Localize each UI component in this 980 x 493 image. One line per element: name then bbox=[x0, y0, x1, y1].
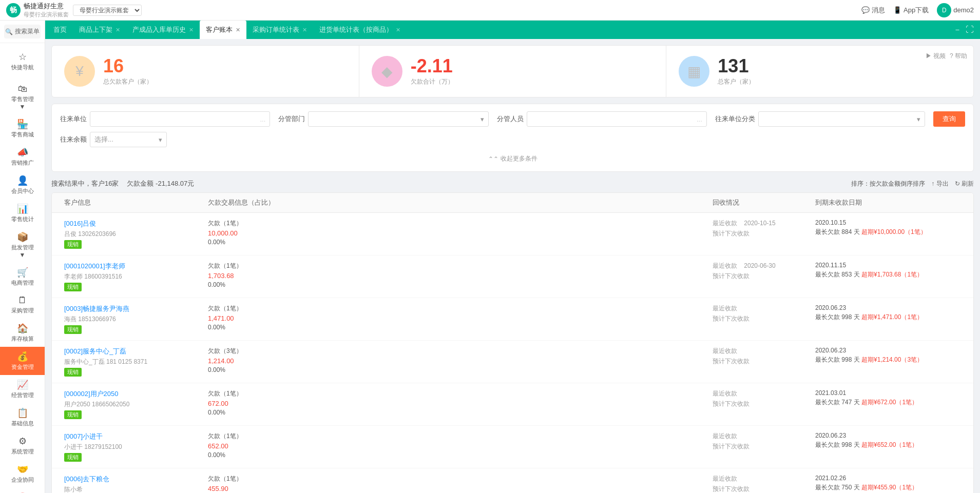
customer-name-6[interactable]: [0007]小进干 bbox=[64, 432, 200, 441]
tab-home[interactable]: 首页 bbox=[47, 21, 73, 39]
tab-close-5[interactable]: ✕ bbox=[396, 27, 400, 33]
video-btn[interactable]: ▶ 视频 bbox=[926, 52, 946, 61]
sidebar-item-marketing[interactable]: 📣 营销推广 bbox=[0, 143, 45, 171]
overdue-amount-7[interactable]: 超期¥455.90（1笔） bbox=[861, 484, 918, 491]
logo-icon: 畅 bbox=[6, 3, 21, 17]
app-download-btn[interactable]: 📱 App下载 bbox=[893, 6, 929, 15]
customer-name-5[interactable]: [000002]用户2050 bbox=[64, 389, 200, 399]
debt-ratio-2: 0.00% bbox=[208, 281, 704, 288]
customer-name-1[interactable]: [0016]吕俊 bbox=[64, 219, 200, 228]
store-selector[interactable]: 母婴行业演示账套 bbox=[73, 5, 142, 16]
collection-next-4: 预计下次收款 bbox=[713, 357, 807, 366]
refresh-btn[interactable]: ↻ 刷新 bbox=[955, 180, 974, 188]
max-overdue-5: 最长欠款 747 天 超期¥672.00（1笔） bbox=[815, 398, 961, 407]
customer-name-7[interactable]: [0006]去下粮仓 bbox=[64, 475, 200, 484]
bookmark-icon: ☆ bbox=[18, 51, 27, 63]
summary-card-total-customers: ▦ 131 总客户（家） ▶ 视频 ? 帮助 bbox=[666, 46, 973, 97]
collection-next-3: 预计下次收款 bbox=[713, 314, 807, 323]
tab-expand-icon[interactable]: ⛶ bbox=[966, 25, 974, 34]
tab-prod-history[interactable]: 产成品入库单历史 ✕ bbox=[126, 21, 200, 39]
overdue-amount-5[interactable]: 超期¥672.00（1笔） bbox=[861, 399, 918, 406]
shop-icon: 🏪 bbox=[17, 119, 28, 130]
overdue-amount-4[interactable]: 超期¥1,214.00（3笔） bbox=[861, 356, 923, 363]
header-right: 💬 消息 📱 App下载 D demo2 bbox=[861, 3, 974, 17]
customer-name-4[interactable]: [0002]服务中心_丁磊 bbox=[64, 347, 200, 356]
max-overdue-2: 最长欠款 853 天 超期¥1,703.68（1笔） bbox=[815, 270, 961, 279]
logo-text: 畅捷通好生意 bbox=[24, 2, 69, 11]
refresh-icon: ↻ bbox=[955, 180, 960, 187]
tab-close-1[interactable]: ✕ bbox=[116, 27, 120, 33]
sidebar-item-finance[interactable]: 💰 资金管理 bbox=[0, 347, 45, 375]
customer-phone-1: 吕俊 13026203696 bbox=[64, 230, 200, 239]
max-overdue-3: 最长欠款 998 天 超期¥1,471.00（1笔） bbox=[815, 313, 961, 322]
td-debt-2: 欠款（1笔） 1,703.68 0.00% bbox=[204, 255, 708, 298]
badge-2: 现销 bbox=[64, 283, 82, 291]
td-due-7: 2021.02.26 最长欠款 750 天 超期¥455.90（1笔） bbox=[811, 468, 965, 493]
user-area[interactable]: D demo2 bbox=[937, 3, 974, 17]
filter-row-1: 往来单位 ... 分管部门 ▾ 分管人员 ... 往来单位分类 bbox=[60, 111, 965, 127]
td-debt-1: 欠款（1笔） 10,000.00 0.00% bbox=[204, 213, 708, 255]
query-button[interactable]: 查询 bbox=[933, 111, 965, 127]
debt-ratio-4: 0.00% bbox=[208, 366, 704, 373]
td-collection-4: 最近收款 预计下次收款 bbox=[708, 341, 811, 383]
tab-product-offline[interactable]: 商品上下架 ✕ bbox=[73, 21, 126, 39]
sidebar-item-guide[interactable]: 🎯 新手引导 bbox=[0, 488, 45, 493]
member-icon: 👤 bbox=[17, 175, 28, 186]
header-left: 畅 畅捷通好生意 母婴行业演示账套 母婴行业演示账套 bbox=[6, 2, 142, 18]
sidebar-item-retail-mgmt[interactable]: 🛍 零售管理 ▼ bbox=[0, 80, 45, 114]
sidebar-item-basic-info[interactable]: 📋 基础信息 bbox=[0, 403, 45, 431]
td-debt-7: 欠款（1笔） 455.90 0.00% bbox=[204, 468, 708, 493]
overdue-amount-6[interactable]: 超期¥652.00（1笔） bbox=[861, 441, 918, 448]
help-btn[interactable]: ? 帮助 bbox=[950, 52, 967, 61]
sidebar-item-enterprise[interactable]: 🤝 企业协同 bbox=[0, 460, 45, 488]
sidebar-item-ecom[interactable]: 🛒 电商管理 bbox=[0, 263, 45, 291]
td-due-3: 2020.06.23 最长欠款 998 天 超期¥1,471.00（1笔） bbox=[811, 298, 965, 340]
tab-import-stat[interactable]: 进货单统计表（按商品） ✕ bbox=[313, 21, 407, 39]
tab-customer-account[interactable]: 客户账本 ✕ bbox=[200, 21, 246, 39]
sidebar-item-operation[interactable]: 📈 经营管理 bbox=[0, 375, 45, 403]
remaining-select[interactable]: 选择... ▾ bbox=[90, 132, 167, 147]
customer-phone-4: 服务中心_丁磊 181 0125 8371 bbox=[64, 358, 200, 366]
total-debt-num: -2.11 bbox=[411, 57, 454, 75]
search-menu-btn[interactable]: 🔍 搜索菜单 bbox=[4, 25, 41, 38]
overdue-amount-3[interactable]: 超期¥1,471.00（1笔） bbox=[861, 313, 923, 321]
quick-nav-item[interactable]: ☆ 快捷导航 bbox=[0, 43, 45, 80]
person-input[interactable]: ... bbox=[527, 111, 707, 127]
export-btn[interactable]: ↑ 导出 bbox=[931, 180, 948, 188]
overdue-amount-1[interactable]: 超期¥10,000.00（1笔） bbox=[861, 228, 927, 235]
td-due-5: 2021.03.01 最长欠款 747 天 超期¥672.00（1笔） bbox=[811, 383, 965, 425]
sidebar-item-purchase[interactable]: 🗒 采购管理 bbox=[0, 291, 45, 319]
sidebar-item-system[interactable]: ⚙ 系统管理 bbox=[0, 431, 45, 460]
dept-select[interactable]: ▾ bbox=[308, 111, 488, 127]
sidebar-item-retail-shop[interactable]: 🏪 零售商城 bbox=[0, 114, 45, 143]
total-customers-icon: ▦ bbox=[679, 56, 709, 87]
td-due-6: 2020.06.23 最长欠款 998 天 超期¥652.00（1笔） bbox=[811, 426, 965, 468]
chevron-up-icon: ⌃⌃ bbox=[488, 155, 498, 163]
sidebar-item-retail-stat[interactable]: 📊 零售统计 bbox=[0, 199, 45, 227]
debt-amount-7: 455.90 bbox=[208, 485, 704, 492]
td-debt-3: 欠款（1笔） 1,471.00 0.00% bbox=[204, 298, 708, 340]
tab-close-3[interactable]: ✕ bbox=[236, 27, 240, 33]
collapse-more-btn[interactable]: ⌃⌃ 收起更多条件 bbox=[60, 152, 965, 167]
message-btn[interactable]: 💬 消息 bbox=[861, 6, 885, 15]
tab-close-4[interactable]: ✕ bbox=[302, 27, 307, 33]
customer-name-3[interactable]: [0003]畅捷服务尹海燕 bbox=[64, 304, 200, 313]
unit-category-select[interactable]: ▾ bbox=[758, 111, 925, 127]
tab-close-2[interactable]: ✕ bbox=[189, 27, 194, 33]
sidebar-item-batch-mgmt[interactable]: 📦 批发管理 ▼ bbox=[0, 227, 45, 263]
customer-name-2[interactable]: [0001020001]李老师 bbox=[64, 262, 200, 271]
source-unit-input[interactable]: ... bbox=[90, 111, 270, 127]
sidebar-item-inventory[interactable]: 🏠 库存核算 bbox=[0, 319, 45, 347]
customer-phone-6: 小进干 18279152100 bbox=[64, 443, 200, 451]
debt-ratio-1: 0.00% bbox=[208, 239, 704, 246]
tab-purchase-order-stat[interactable]: 采购订单统计表 ✕ bbox=[246, 21, 313, 39]
tab-collapse-icon[interactable]: － bbox=[953, 25, 962, 35]
overdue-amount-2[interactable]: 超期¥1,703.68（1笔） bbox=[861, 271, 923, 278]
debt-label-1: 欠款（1笔） bbox=[208, 219, 704, 228]
sort-label[interactable]: 排序：按欠款金额倒序排序 bbox=[851, 180, 925, 188]
summary-cards: ¥ 16 总欠款客户（家） ◆ -2.11 欠款合计（万） ▦ 131 总客户（… bbox=[51, 45, 974, 97]
sidebar-item-member[interactable]: 👤 会员中心 bbox=[0, 171, 45, 199]
due-date-5: 2021.03.01 bbox=[815, 389, 961, 397]
customer-phone-3: 海燕 18513066976 bbox=[64, 315, 200, 324]
filter-unit-category: 往来单位分类 ▾ bbox=[715, 111, 925, 127]
